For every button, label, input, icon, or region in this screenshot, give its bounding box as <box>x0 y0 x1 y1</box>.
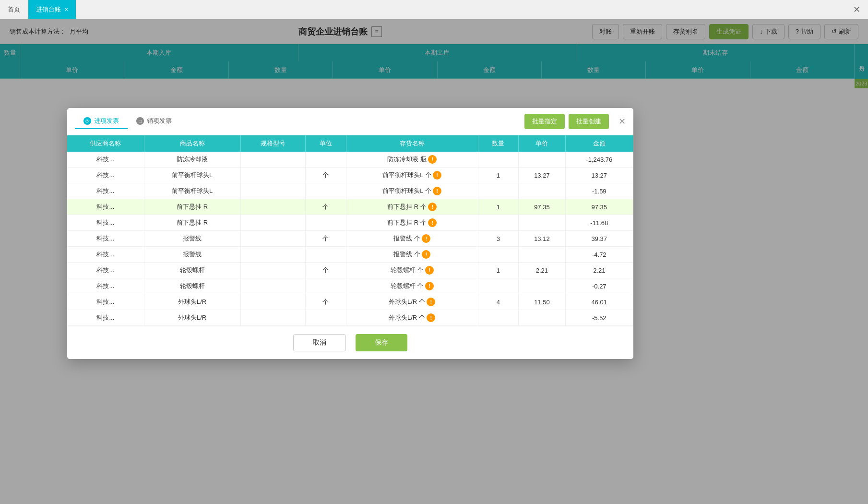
cell-unit-price <box>519 310 565 326</box>
cell-stock-name: 前平衡杆球头L 个 ! <box>346 183 478 199</box>
modal-table-wrap[interactable]: 供应商名称 商品名称 规格型号 单位 存货名称 数量 单价 金额 科技... 防… <box>67 135 633 326</box>
cell-qty <box>478 310 519 326</box>
cell-unit <box>306 247 346 263</box>
cell-amount: 13.27 <box>565 168 633 183</box>
purchase-tab-label: 进项发票 <box>94 117 119 125</box>
cell-supplier: 科技... <box>67 152 144 168</box>
cell-unit-price <box>519 183 565 199</box>
cell-unit-price: 97.35 <box>519 199 565 215</box>
col-supplier: 供应商名称 <box>67 135 144 152</box>
cell-product: 前平衡杆球头L <box>144 183 240 199</box>
cell-unit: 个 <box>306 168 346 183</box>
cell-spec <box>240 278 306 294</box>
cell-unit <box>306 215 346 231</box>
cell-product: 外球头L/R <box>144 294 240 310</box>
table-row[interactable]: 科技... 报警线 个 报警线 个 ! 3 13.12 39.37 <box>67 231 633 247</box>
cell-qty <box>478 247 519 263</box>
table-row[interactable]: 科技... 报警线 报警线 个 ! -4.72 <box>67 247 633 263</box>
col-spec: 规格型号 <box>240 135 306 152</box>
col-product: 商品名称 <box>144 135 240 152</box>
table-row[interactable]: 科技... 防冻冷却液 防冻冷却液 瓶 ! -1,243.76 <box>67 152 633 168</box>
cell-stock-name: 轮毂螺杆 个 ! <box>346 263 478 278</box>
purchase-tab-icon: ⟳ <box>83 117 91 125</box>
cell-product: 报警线 <box>144 231 240 247</box>
cell-unit <box>306 310 346 326</box>
cell-supplier: 科技... <box>67 310 144 326</box>
sales-tab-icon: □ <box>136 117 144 125</box>
cell-stock-name: 前下悬挂 R 个 ! <box>346 215 478 231</box>
window-close-icon[interactable]: ✕ <box>853 4 860 15</box>
table-row[interactable]: 科技... 外球头L/R 外球头L/R 个 ! -5.52 <box>67 310 633 326</box>
cancel-button[interactable]: 取消 <box>293 334 346 351</box>
modal-close-icon[interactable]: ✕ <box>618 117 626 126</box>
table-row[interactable]: 科技... 轮毂螺杆 个 轮毂螺杆 个 ! 1 2.21 2.21 <box>67 263 633 278</box>
cell-qty <box>478 278 519 294</box>
cell-unit-price <box>519 152 565 168</box>
table-header-row: 供应商名称 商品名称 规格型号 单位 存货名称 数量 单价 金额 <box>67 135 633 152</box>
cell-supplier: 科技... <box>67 278 144 294</box>
cell-supplier: 科技... <box>67 231 144 247</box>
table-row[interactable]: 科技... 前下悬挂 R 前下悬挂 R 个 ! -11.68 <box>67 215 633 231</box>
warning-icon: ! <box>425 282 434 290</box>
cell-qty: 1 <box>478 263 519 278</box>
cell-spec <box>240 215 306 231</box>
cell-unit <box>306 183 346 199</box>
batch-create-button[interactable]: 批量创建 <box>569 114 609 129</box>
cell-product: 轮毂螺杆 <box>144 263 240 278</box>
cell-product: 前平衡杆球头L <box>144 168 240 183</box>
warning-icon: ! <box>425 266 434 275</box>
cell-unit-price: 13.27 <box>519 168 565 183</box>
cell-amount: -1.59 <box>565 183 633 199</box>
cell-spec <box>240 247 306 263</box>
cell-unit-price: 11.50 <box>519 294 565 310</box>
table-row[interactable]: 科技... 外球头L/R 个 外球头L/R 个 ! 4 11.50 46.01 <box>67 294 633 310</box>
tab-sales-invoice[interactable]: □ 销项发票 <box>128 114 180 129</box>
cell-stock-name: 报警线 个 ! <box>346 231 478 247</box>
modal-header-right: 批量指定 批量创建 ✕ <box>524 114 626 129</box>
cell-amount: -5.52 <box>565 310 633 326</box>
cell-amount: 39.37 <box>565 231 633 247</box>
cell-amount: -4.72 <box>565 247 633 263</box>
table-row[interactable]: 科技... 前平衡杆球头L 前平衡杆球头L 个 ! -1.59 <box>67 183 633 199</box>
sales-tab-label: 销项发票 <box>147 117 172 125</box>
cell-product: 外球头L/R <box>144 310 240 326</box>
tab-ledger[interactable]: 进销台账 × <box>28 0 76 19</box>
cell-spec <box>240 263 306 278</box>
cell-unit-price <box>519 247 565 263</box>
cell-amount: -0.27 <box>565 278 633 294</box>
cell-unit-price <box>519 215 565 231</box>
cell-unit: 个 <box>306 294 346 310</box>
table-row[interactable]: 科技... 前平衡杆球头L 个 前平衡杆球头L 个 ! 1 13.27 13.2… <box>67 168 633 183</box>
table-row[interactable]: 科技... 前下悬挂 R 个 前下悬挂 R 个 ! 1 97.35 97.35 <box>67 199 633 215</box>
cell-stock-name: 报警线 个 ! <box>346 247 478 263</box>
cell-spec <box>240 294 306 310</box>
cell-supplier: 科技... <box>67 168 144 183</box>
batch-assign-button[interactable]: 批量指定 <box>524 114 565 129</box>
warning-icon: ! <box>428 203 437 211</box>
cell-unit-price: 2.21 <box>519 263 565 278</box>
table-row[interactable]: 科技... 轮毂螺杆 轮毂螺杆 个 ! -0.27 <box>67 278 633 294</box>
cell-amount: 2.21 <box>565 263 633 278</box>
save-button[interactable]: 保存 <box>356 334 407 351</box>
cell-stock-name: 前下悬挂 R 个 ! <box>346 199 478 215</box>
cell-unit: 个 <box>306 263 346 278</box>
cell-spec <box>240 199 306 215</box>
cell-supplier: 科技... <box>67 183 144 199</box>
tab-home[interactable]: 首页 <box>0 0 28 19</box>
col-unit: 单位 <box>306 135 346 152</box>
warning-icon: ! <box>428 218 437 227</box>
col-qty: 数量 <box>478 135 519 152</box>
cell-amount: 97.35 <box>565 199 633 215</box>
cell-stock-name: 外球头L/R 个 ! <box>346 310 478 326</box>
cell-unit-price: 13.12 <box>519 231 565 247</box>
warning-icon: ! <box>433 171 441 180</box>
tab-close-icon[interactable]: × <box>65 6 68 13</box>
cell-unit <box>306 152 346 168</box>
cell-spec <box>240 310 306 326</box>
cell-stock-name: 外球头L/R 个 ! <box>346 294 478 310</box>
cell-qty: 1 <box>478 199 519 215</box>
tab-purchase-invoice[interactable]: ⟳ 进项发票 <box>75 114 128 129</box>
warning-icon: ! <box>433 187 441 195</box>
cell-product: 报警线 <box>144 247 240 263</box>
modal-footer: 取消 保存 <box>67 326 633 359</box>
